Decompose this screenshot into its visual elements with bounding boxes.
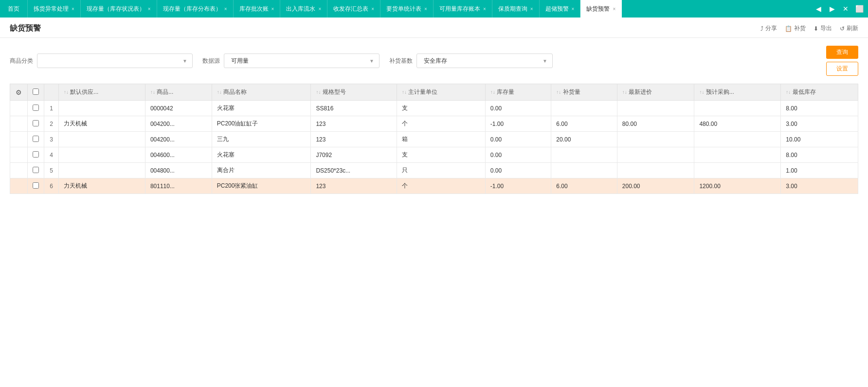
tab-close-inout-flow[interactable]: ×: [318, 6, 321, 12]
supplier-cell: [59, 132, 145, 147]
datasource-arrow-icon: ▼: [369, 58, 374, 64]
row-settings-cell: [10, 132, 28, 147]
stock-cell: 0.00: [485, 147, 551, 163]
latest-price-cell: 80.00: [617, 116, 694, 132]
tab-inventory-status[interactable]: 现存量（库存状况表）×: [81, 0, 157, 18]
sort-icon: ↑↓: [316, 89, 321, 95]
product-code-cell: 004800...: [145, 163, 212, 178]
spec-col-header[interactable]: ↑↓ 规格型号: [311, 84, 397, 101]
tab-close-defect-handle[interactable]: ×: [72, 6, 74, 12]
datasource-select[interactable]: 可用量 ▼: [224, 53, 380, 68]
min-stock-col-header[interactable]: ↑↓ 最低库存: [781, 84, 858, 101]
tab-shortage[interactable]: 缺货预警×: [580, 0, 622, 18]
tab-close-recv-summary[interactable]: ×: [371, 6, 374, 12]
tab-recv-summary[interactable]: 收发存汇总表×: [327, 0, 380, 18]
nav-close-button[interactable]: ✕: [839, 2, 852, 16]
est-purchase-col-header[interactable]: ↑↓ 预计采购...: [694, 84, 781, 101]
nav-next-button[interactable]: ▶: [825, 2, 839, 16]
row-checkbox[interactable]: [33, 136, 39, 142]
unit-cell: 支: [397, 147, 486, 163]
settings-button[interactable]: 设置: [826, 62, 858, 76]
data-table: ⚙ ↑↓ 默认供应... ↑↓ 商品... ↑↓: [10, 84, 858, 194]
replenish-label: 补货: [794, 24, 806, 33]
tab-close-demand-stats[interactable]: ×: [424, 6, 427, 12]
export-button[interactable]: ⬇ 导出: [814, 24, 832, 33]
tab-close-overstock[interactable]: ×: [572, 6, 575, 12]
share-button[interactable]: ⤴ 分享: [760, 24, 777, 33]
tab-expire-query[interactable]: 保质期查询×: [492, 0, 540, 18]
datasource-label: 数据源: [202, 57, 220, 65]
settings-col-header[interactable]: ⚙: [10, 84, 28, 101]
stock-col-header[interactable]: ↑↓ 库存量: [485, 84, 551, 101]
product-name-cell: PC200油缸缸子: [212, 116, 311, 132]
row-num-cell: 3: [44, 132, 59, 147]
tab-demand-stats[interactable]: 要货单统计表×: [380, 0, 434, 18]
tab-batch-account[interactable]: 库存批次账×: [234, 0, 281, 18]
table-body: 1 0000042 火花塞 SS816 支 0.00 8.00 2 力天机械 0…: [10, 101, 858, 194]
tab-close-inventory-status[interactable]: ×: [148, 6, 151, 12]
tab-label: 库存批次账: [239, 5, 269, 13]
sort-icon: ↑↓: [699, 89, 704, 95]
product-code-col-header[interactable]: ↑↓ 商品...: [145, 84, 212, 101]
export-label: 导出: [820, 24, 832, 33]
rownum-col-header: [44, 84, 59, 101]
replenish-icon: 📋: [785, 25, 792, 32]
tab-inventory-dist[interactable]: 现存量（库存分布表）×: [157, 0, 234, 18]
unit-col-header[interactable]: ↑↓ 主计量单位: [397, 84, 486, 101]
latest-price-cell: [617, 132, 694, 147]
tab-avail-ledger[interactable]: 可用量库存账本×: [434, 0, 492, 18]
replenish-base-select[interactable]: 安全库存 ▼: [416, 53, 553, 68]
row-checkbox-cell[interactable]: [28, 132, 44, 147]
stock-cell: -1.00: [485, 178, 551, 194]
replenish-cell: 6.00: [551, 178, 617, 194]
replenish-button[interactable]: 📋 补货: [785, 24, 806, 33]
row-checkbox[interactable]: [33, 167, 39, 173]
select-all-checkbox[interactable]: [33, 88, 39, 95]
replenish-col-header[interactable]: ↑↓ 补货量: [551, 84, 617, 101]
est-purchase-cell: 480.00: [694, 116, 781, 132]
latest-price-col-header[interactable]: ↑↓ 最新进价: [617, 84, 694, 101]
latest-price-cell: 200.00: [617, 178, 694, 194]
sort-icon: ↑↓: [402, 89, 407, 95]
tab-defect-handle[interactable]: 拣货异常处理×: [28, 0, 81, 18]
nav-prev-button[interactable]: ◀: [812, 2, 825, 16]
est-purchase-cell: [694, 101, 781, 116]
row-checkbox-cell[interactable]: [28, 101, 44, 116]
query-button[interactable]: 查询: [826, 46, 858, 59]
tab-close-inventory-dist[interactable]: ×: [224, 6, 227, 12]
min-stock-cell: 10.00: [781, 132, 858, 147]
product-name-col-header[interactable]: ↑↓ 商品名称: [212, 84, 311, 101]
row-checkbox-cell[interactable]: [28, 163, 44, 178]
tab-overstock[interactable]: 超储预警×: [540, 0, 581, 18]
row-checkbox[interactable]: [33, 182, 39, 189]
datasource-filter-group: 数据源 可用量 ▼: [202, 53, 380, 68]
replenish-base-filter-group: 补货基数 安全库存 ▼: [389, 53, 553, 68]
tab-label: 现存量（库存状况表）: [87, 5, 145, 13]
category-select[interactable]: ▼: [37, 53, 193, 68]
sort-icon: ↑↓: [64, 89, 69, 95]
latest-price-cell: [617, 147, 694, 163]
row-checkbox-cell[interactable]: [28, 116, 44, 132]
tab-close-shortage[interactable]: ×: [613, 6, 615, 12]
tab-close-avail-ledger[interactable]: ×: [483, 6, 486, 12]
tab-inout-flow[interactable]: 出入库流水×: [280, 0, 327, 18]
tab-close-batch-account[interactable]: ×: [271, 6, 274, 12]
row-checkbox[interactable]: [33, 151, 39, 158]
spec-cell: SS816: [311, 101, 397, 116]
tab-home[interactable]: 首页: [0, 0, 28, 18]
supplier-col-header[interactable]: ↑↓ 默认供应...: [59, 84, 145, 101]
row-checkbox-cell[interactable]: [28, 178, 44, 194]
nav-maximize-button[interactable]: ⬜: [852, 2, 866, 16]
refresh-button[interactable]: ↺ 刷新: [840, 24, 858, 33]
row-checkbox-cell[interactable]: [28, 147, 44, 163]
row-checkbox[interactable]: [33, 105, 39, 111]
product-code-cell: 801110...: [145, 178, 212, 194]
row-checkbox[interactable]: [33, 120, 39, 126]
spec-cell: 123: [311, 116, 397, 132]
product-name-cell: PC200张紧油缸: [212, 178, 311, 194]
tab-close-expire-query[interactable]: ×: [530, 6, 533, 12]
spec-cell: 123: [311, 178, 397, 194]
replenish-base-arrow-icon: ▼: [542, 58, 547, 64]
checkbox-col-header[interactable]: [28, 84, 44, 101]
spec-cell: 123: [311, 132, 397, 147]
